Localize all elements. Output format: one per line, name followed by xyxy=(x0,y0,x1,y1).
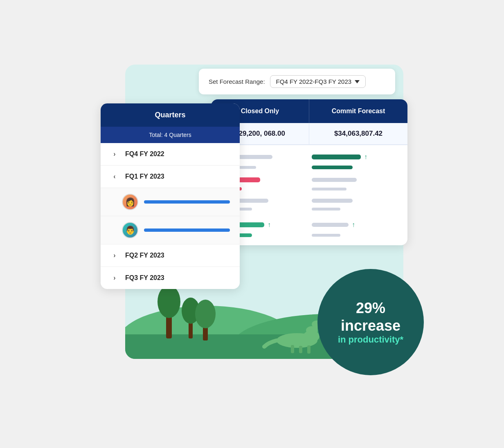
chevron-right-icon-3: › xyxy=(110,274,119,282)
quarter-row-fq4-2022[interactable]: › FQ4 FY 2022 xyxy=(101,143,240,166)
data-row-4: ↑ ↑ xyxy=(211,217,407,233)
bar-cell-green-1b xyxy=(312,166,399,169)
forecast-range-value: FQ4 FY 2022-FQ3 FY 2023 xyxy=(276,78,352,85)
forecast-range-select[interactable]: FQ4 FY 2022-FQ3 FY 2023 xyxy=(270,75,366,88)
sub-item-woman: 👩 xyxy=(101,188,240,216)
bar-gray-2b xyxy=(312,188,346,190)
data-row-3b xyxy=(211,207,407,217)
bar-cell-arrow-2: ↑ xyxy=(312,221,399,228)
sub-item-man: 👨 xyxy=(101,216,240,244)
arrow-up-icon-1: ↑ xyxy=(364,153,367,161)
arrow-up-icon-2: ↑ xyxy=(268,221,271,228)
data-row-4b xyxy=(211,233,407,241)
quarter-row-fq3-2023[interactable]: › FQ3 FY 2023 xyxy=(101,267,240,289)
svg-point-9 xyxy=(195,300,216,328)
quarter-label-fq1: FQ1 FY 2023 xyxy=(125,173,164,180)
avatar-woman: 👩 xyxy=(122,194,138,210)
quarters-header: Quarters xyxy=(101,103,240,127)
data-row-3 xyxy=(211,195,407,207)
bar-gray-5 xyxy=(312,223,349,227)
quarter-row-fq1-2023[interactable]: ‹ FQ1 FY 2023 xyxy=(101,166,240,188)
quarter-expanded-section: 👩 👨 xyxy=(101,188,240,244)
bar-cell-gray-4 xyxy=(312,199,399,203)
data-row-1b xyxy=(211,165,407,173)
svg-rect-18 xyxy=(307,345,310,354)
forecast-values-row: $29,200, 068.00 $34,063,807.42 xyxy=(211,123,407,145)
forecast-range-label: Set Forecast Range: xyxy=(209,78,265,85)
bar-green-1 xyxy=(312,155,361,159)
forecast-value-commit: $34,063,807.42 xyxy=(309,123,407,144)
bar-gray-4b xyxy=(312,208,340,211)
quarter-label-fq2: FQ2 FY 2023 xyxy=(125,252,164,259)
bar-gray-5b xyxy=(312,234,340,237)
svg-point-5 xyxy=(158,285,180,318)
forecast-range-bar: Set Forecast Range: FQ4 FY 2022-FQ3 FY 2… xyxy=(199,69,395,94)
quarter-label-fq4: FQ4 FY 2022 xyxy=(125,150,164,158)
quarters-total: Total: 4 Quarters xyxy=(101,127,240,143)
forecast-panel: Closed Only Commit Forecast $29,200, 068… xyxy=(211,99,407,245)
progress-bar-woman xyxy=(144,200,230,204)
forecast-header: Closed Only Commit Forecast xyxy=(211,99,407,123)
productivity-badge: 29% increase in productivity* xyxy=(317,269,424,375)
quarters-panel: Quarters Total: 4 Quarters › FQ4 FY 2022… xyxy=(101,103,240,289)
productivity-text: in productivity* xyxy=(338,334,403,345)
productivity-percent: 29% increase xyxy=(330,299,412,334)
data-row-2b xyxy=(211,186,407,195)
bar-gray-4 xyxy=(312,199,353,203)
bar-cell-gray-5b xyxy=(312,234,399,237)
data-row-1: ↑ xyxy=(211,149,407,165)
arrow-up-icon-3: ↑ xyxy=(352,221,355,228)
quarter-label-fq3: FQ3 FY 2023 xyxy=(125,274,164,282)
bar-cell-gray-2b xyxy=(312,188,399,190)
data-row-2 xyxy=(211,173,407,186)
bar-cell-gray-2 xyxy=(312,178,399,182)
chevron-right-icon-2: › xyxy=(110,252,119,259)
avatar-man: 👨 xyxy=(122,222,138,238)
data-rows-section: ↑ xyxy=(211,145,407,245)
bar-gray-2 xyxy=(312,178,357,182)
bar-green-1b xyxy=(312,166,353,169)
bar-cell-gray-4b xyxy=(312,208,399,211)
dropdown-arrow-icon xyxy=(355,80,360,83)
svg-rect-17 xyxy=(299,346,302,353)
svg-rect-16 xyxy=(291,345,294,353)
progress-bar-man xyxy=(144,228,230,232)
chevron-down-icon: ‹ xyxy=(110,173,119,180)
quarter-row-fq2-2023[interactable]: › FQ2 FY 2023 xyxy=(101,244,240,267)
bar-cell-green-1: ↑ xyxy=(312,153,399,161)
forecast-col-header-commit: Commit Forecast xyxy=(309,99,407,123)
chevron-right-icon: › xyxy=(110,150,119,158)
